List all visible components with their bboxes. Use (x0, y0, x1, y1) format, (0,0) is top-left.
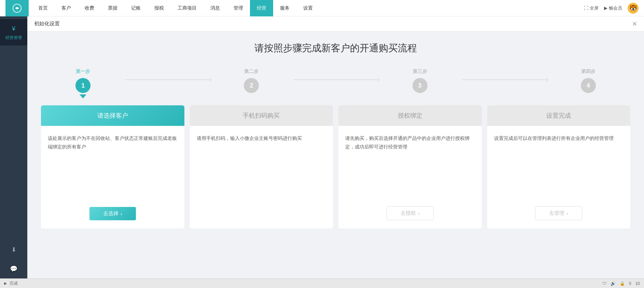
wizard-heading: 请按照步骤完成新客户的开通购买流程 (41, 42, 630, 55)
nav-message[interactable]: 消息 (204, 0, 227, 16)
fullscreen-btn[interactable]: ⛶ 全屏 (584, 5, 599, 11)
step-3-circle: 3 (412, 78, 428, 93)
top-navigation: 首页 客户 收费 票据 记账 报税 工商项目 消息 管理 经营 服务 设置 ⛶ … (0, 0, 644, 16)
nav-settings[interactable]: 设置 (296, 0, 320, 16)
download-icon: ⬇ (9, 245, 18, 254)
nav-tax[interactable]: 报税 (148, 0, 171, 16)
nav-operation[interactable]: 经营 (250, 0, 273, 16)
card-4-header: 设置完成 (487, 105, 631, 126)
card-3-body: 请先购买，购买后选择开通的产品中的企业用户进行授权绑定，成功后即可进行经营管理 (338, 126, 482, 201)
nav-business[interactable]: 工商项目 (171, 0, 204, 16)
status-done-label: 完成 (10, 280, 18, 286)
page-header: 初始化设置 ✕ (27, 16, 644, 31)
lock-icon: 🔒 (620, 281, 625, 286)
step-connector-3 (462, 79, 546, 80)
card-3-btn[interactable]: 去授权 › (387, 206, 434, 220)
sidebar-chat[interactable]: 💬 (0, 259, 27, 278)
nav-fee[interactable]: 收费 (78, 0, 101, 16)
step-4-label: 第四步 (581, 68, 596, 75)
status-bar-right: 🛡 🔊 🔒 0 10 (602, 281, 640, 286)
card-4-footer: 去管理 › (487, 201, 631, 228)
step-3-label: 第三步 (413, 68, 427, 75)
card-3: 授权绑定 请先购买，购买后选择开通的产品中的企业用户进行授权绑定，成功后即可进行… (338, 105, 482, 228)
card-1-footer: 去选择 › (41, 201, 184, 228)
nav-accounting[interactable]: 记账 (124, 0, 148, 16)
yuan-icon: ¥ (9, 24, 18, 34)
step-4: 第四步 4 (546, 68, 630, 93)
card-1-body: 该处展示的客户为不在回收站、客户状态正常建账后完成老板端绑定的所有客户 (41, 126, 184, 201)
card-2-footer (190, 215, 333, 228)
card-3-header: 授权绑定 (338, 105, 482, 126)
close-button[interactable]: ✕ (632, 21, 637, 27)
nav-items: 首页 客户 收费 票据 记账 报税 工商项目 消息 管理 经营 服务 设置 (31, 0, 584, 16)
nav-home[interactable]: 首页 (31, 0, 55, 16)
sidebar-item-operation[interactable]: ¥ 经营管理 (0, 19, 27, 45)
card-3-footer: 去授权 › (338, 201, 482, 228)
nav-manage[interactable]: 管理 (227, 0, 250, 16)
card-4-btn[interactable]: 去管理 › (535, 206, 582, 220)
step-connector-1 (125, 79, 210, 80)
page-title: 初始化设置 (34, 21, 60, 27)
step-2-circle: 2 (244, 78, 259, 93)
card-3-arrow-icon: › (418, 210, 420, 216)
nav-right: ⛶ 全屏 ▶ 畅会员 🐯 (584, 3, 639, 14)
shield-icon: 🛡 (602, 281, 606, 286)
member-btn[interactable]: ▶ 畅会员 (604, 5, 622, 11)
card-4: 设置完成 设置完成后可以在管理列表进行所有企业用户的经营管理 去管理 › (487, 105, 631, 228)
card-4-body: 设置完成后可以在管理列表进行所有企业用户的经营管理 (487, 126, 631, 201)
step-3: 第三步 3 (378, 68, 462, 93)
nav-service[interactable]: 服务 (273, 0, 296, 16)
step-2-label: 第二步 (244, 68, 258, 75)
nav-customer[interactable]: 客户 (55, 0, 78, 16)
status-bar: ▶ 完成 🛡 🔊 🔒 0 10 (0, 278, 644, 288)
user-avatar[interactable]: 🐯 (628, 3, 639, 14)
card-1-arrow-icon: › (121, 211, 122, 217)
nav-invoice[interactable]: 票据 (101, 0, 124, 16)
volume-icon: 🔊 (611, 281, 616, 286)
step-1-pointer (80, 94, 86, 99)
sidebar-bottom: ⬇ 💬 (0, 240, 27, 278)
logo[interactable] (5, 0, 29, 16)
card-2: 手机扫码购买 请用手机扫码，输入小微企业主账号密码进行购买 (190, 105, 333, 228)
sidebar-download[interactable]: ⬇ (0, 240, 27, 259)
step-connector-2 (294, 79, 378, 80)
step-1-label: 第一步 (76, 68, 90, 75)
step-1-circle: 1 (75, 78, 90, 93)
sidebar: ¥ 经营管理 ⬇ 💬 (0, 16, 27, 278)
main-layout: ¥ 经营管理 ⬇ 💬 初始化设置 ✕ 请按照步骤完成新客户的开通购买流程 (0, 16, 644, 278)
card-4-arrow-icon: › (566, 210, 568, 216)
card-1-header: 请选择客户 (41, 105, 184, 126)
cards-row: 请选择客户 该处展示的客户为不在回收站、客户状态正常建账后完成老板端绑定的所有客… (41, 105, 630, 228)
step-2: 第二步 2 (209, 68, 294, 93)
wizard-container: 请按照步骤完成新客户的开通购买流程 第一步 1 第二步 2 (27, 31, 644, 239)
main-content: 初始化设置 ✕ 请按照步骤完成新客户的开通购买流程 第一步 1 第二步 (27, 16, 644, 278)
notification-count: 0 (629, 281, 631, 286)
steps-row: 第一步 1 第二步 2 第三步 (41, 68, 630, 99)
step-4-circle: 4 (581, 78, 596, 93)
card-2-body: 请用手机扫码，输入小微企业主账号密码进行购买 (190, 126, 333, 215)
chat-icon: 💬 (9, 264, 18, 274)
play-icon: ▶ (4, 281, 7, 286)
card-1-btn[interactable]: 去选择 › (89, 207, 136, 220)
step-1: 第一步 1 (41, 68, 125, 99)
card-1: 请选择客户 该处展示的客户为不在回收站、客户状态正常建账后完成老板端绑定的所有客… (41, 105, 184, 228)
card-2-header: 手机扫码购买 (190, 105, 333, 126)
time-display: 10 (635, 281, 640, 286)
